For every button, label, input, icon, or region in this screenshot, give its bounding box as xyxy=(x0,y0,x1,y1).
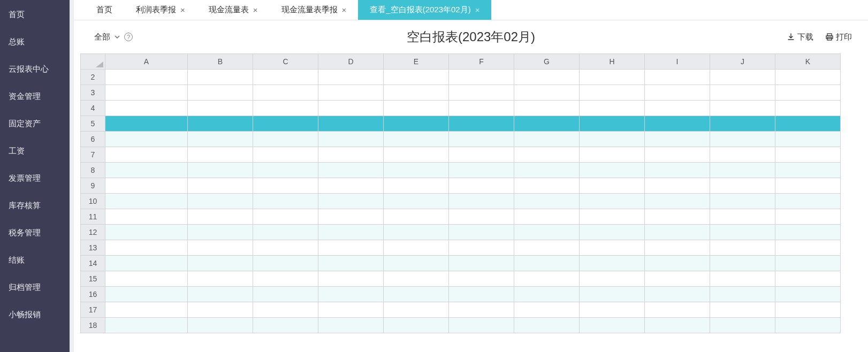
cell-D7[interactable] xyxy=(318,147,384,163)
cell-F15[interactable] xyxy=(449,271,514,287)
row-header-12[interactable]: 12 xyxy=(81,225,105,240)
cell-K10[interactable] xyxy=(775,194,841,209)
cell-K14[interactable] xyxy=(775,256,841,271)
cell-A14[interactable] xyxy=(105,256,188,271)
cell-J16[interactable] xyxy=(710,287,775,302)
cell-F7[interactable] xyxy=(449,147,514,163)
cell-I11[interactable] xyxy=(645,209,710,225)
cell-E2[interactable] xyxy=(384,70,449,85)
cell-I10[interactable] xyxy=(645,194,710,209)
select-all-corner[interactable] xyxy=(81,54,105,70)
cell-H14[interactable] xyxy=(580,256,645,271)
cell-D5[interactable] xyxy=(318,116,384,132)
cell-B10[interactable] xyxy=(188,194,253,209)
sidebar-item-4[interactable]: 固定资产 xyxy=(0,110,70,137)
sidebar-item-5[interactable]: 工资 xyxy=(0,137,70,165)
cell-J6[interactable] xyxy=(710,132,775,147)
cell-E15[interactable] xyxy=(384,271,449,287)
cell-F2[interactable] xyxy=(449,70,514,85)
cell-E12[interactable] xyxy=(384,225,449,240)
cell-A4[interactable] xyxy=(105,101,188,116)
cell-I8[interactable] xyxy=(645,163,710,178)
cell-A6[interactable] xyxy=(105,132,188,147)
cell-D17[interactable] xyxy=(318,302,384,318)
sidebar-item-7[interactable]: 库存核算 xyxy=(0,192,70,219)
cell-H13[interactable] xyxy=(580,240,645,256)
cell-D16[interactable] xyxy=(318,287,384,302)
cell-K17[interactable] xyxy=(775,302,841,318)
cell-E14[interactable] xyxy=(384,256,449,271)
cell-D2[interactable] xyxy=(318,70,384,85)
cell-B9[interactable] xyxy=(188,178,253,194)
cell-C17[interactable] xyxy=(253,302,318,318)
cell-G14[interactable] xyxy=(514,256,580,271)
cell-F17[interactable] xyxy=(449,302,514,318)
cell-J12[interactable] xyxy=(710,225,775,240)
cell-J13[interactable] xyxy=(710,240,775,256)
cell-I4[interactable] xyxy=(645,101,710,116)
cell-K7[interactable] xyxy=(775,147,841,163)
cell-K9[interactable] xyxy=(775,178,841,194)
cell-K2[interactable] xyxy=(775,70,841,85)
cell-G3[interactable] xyxy=(514,85,580,101)
cell-C16[interactable] xyxy=(253,287,318,302)
cell-E8[interactable] xyxy=(384,163,449,178)
cell-D12[interactable] xyxy=(318,225,384,240)
cell-C4[interactable] xyxy=(253,101,318,116)
cell-I6[interactable] xyxy=(645,132,710,147)
cell-F18[interactable] xyxy=(449,318,514,333)
cell-J11[interactable] xyxy=(710,209,775,225)
cell-D3[interactable] xyxy=(318,85,384,101)
row-header-8[interactable]: 8 xyxy=(81,163,105,178)
cell-A16[interactable] xyxy=(105,287,188,302)
cell-B4[interactable] xyxy=(188,101,253,116)
cell-I18[interactable] xyxy=(645,318,710,333)
spreadsheet[interactable]: ABCDEFGHIJK23456789101112131415161718 xyxy=(80,53,868,352)
cell-E17[interactable] xyxy=(384,302,449,318)
cell-K12[interactable] xyxy=(775,225,841,240)
cell-H4[interactable] xyxy=(580,101,645,116)
cell-F9[interactable] xyxy=(449,178,514,194)
tab-3[interactable]: 现金流量表季报× xyxy=(270,0,359,20)
cell-J18[interactable] xyxy=(710,318,775,333)
cell-K3[interactable] xyxy=(775,85,841,101)
close-icon[interactable]: × xyxy=(475,6,480,14)
cell-I15[interactable] xyxy=(645,271,710,287)
sidebar-item-10[interactable]: 归档管理 xyxy=(0,274,70,301)
row-header-7[interactable]: 7 xyxy=(81,147,105,163)
cell-C18[interactable] xyxy=(253,318,318,333)
cell-C5[interactable] xyxy=(253,116,318,132)
sidebar-item-2[interactable]: 云报表中心 xyxy=(0,56,70,83)
cell-A18[interactable] xyxy=(105,318,188,333)
cell-K6[interactable] xyxy=(775,132,841,147)
cell-H17[interactable] xyxy=(580,302,645,318)
cell-F6[interactable] xyxy=(449,132,514,147)
cell-G6[interactable] xyxy=(514,132,580,147)
close-icon[interactable]: × xyxy=(253,6,258,14)
cell-H8[interactable] xyxy=(580,163,645,178)
cell-G5[interactable] xyxy=(514,116,580,132)
cell-C3[interactable] xyxy=(253,85,318,101)
cell-D6[interactable] xyxy=(318,132,384,147)
cell-I7[interactable] xyxy=(645,147,710,163)
cell-J14[interactable] xyxy=(710,256,775,271)
row-header-18[interactable]: 18 xyxy=(81,318,105,333)
cell-J7[interactable] xyxy=(710,147,775,163)
row-header-15[interactable]: 15 xyxy=(81,271,105,287)
cell-G8[interactable] xyxy=(514,163,580,178)
cell-E13[interactable] xyxy=(384,240,449,256)
close-icon[interactable]: × xyxy=(342,6,347,14)
cell-B3[interactable] xyxy=(188,85,253,101)
row-header-16[interactable]: 16 xyxy=(81,287,105,302)
cell-E16[interactable] xyxy=(384,287,449,302)
cell-A7[interactable] xyxy=(105,147,188,163)
cell-H10[interactable] xyxy=(580,194,645,209)
row-header-10[interactable]: 10 xyxy=(81,194,105,209)
cell-E6[interactable] xyxy=(384,132,449,147)
tab-2[interactable]: 现金流量表× xyxy=(197,0,270,20)
cell-H5[interactable] xyxy=(580,116,645,132)
column-header-E[interactable]: E xyxy=(384,54,449,70)
cell-H6[interactable] xyxy=(580,132,645,147)
cell-A5[interactable] xyxy=(105,116,188,132)
cell-J9[interactable] xyxy=(710,178,775,194)
